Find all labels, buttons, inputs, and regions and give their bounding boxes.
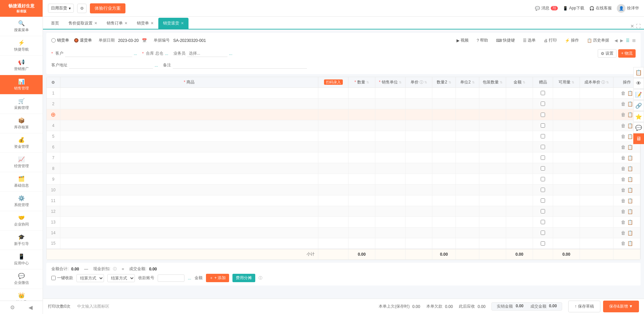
gift-check-9[interactable] <box>541 177 545 181</box>
tab-price-setting-close[interactable]: ✕ <box>94 21 97 25</box>
right-action-4[interactable]: 🔗 <box>633 100 644 111</box>
copy-icon-11[interactable]: 📋 <box>627 198 633 203</box>
tab-sales[interactable]: 销货单 ✕ <box>132 18 158 29</box>
delete-icon-9[interactable]: 🗑 <box>621 177 626 182</box>
select-order-btn[interactable]: ☰ 选单 <box>520 36 538 45</box>
amount-cell-2[interactable] <box>506 99 533 109</box>
cost-sort-icon[interactable]: ⇅ <box>606 80 609 84</box>
unit-sort-icon[interactable]: ⇅ <box>399 80 401 84</box>
delete-icon-15[interactable]: 🗑 <box>621 241 626 246</box>
logistics-btn[interactable]: + 物流 <box>618 49 636 58</box>
price-cell-3[interactable] <box>406 109 432 120</box>
unit2-cell-2[interactable] <box>456 99 479 109</box>
customer-input[interactable] <box>65 50 132 57</box>
shortcut-btn[interactable]: ⌨ 快捷键 <box>493 36 518 45</box>
delete-icon-1[interactable]: 🗑 <box>621 90 626 96</box>
tab-close-icon[interactable]: ✕ <box>630 23 634 29</box>
copy-icon-2[interactable]: 📋 <box>627 101 633 107</box>
unit-cell-1[interactable] <box>375 88 406 99</box>
gift-check-12[interactable] <box>541 209 545 213</box>
copy-icon-3[interactable]: 📋 <box>627 112 633 117</box>
calc-method-select[interactable]: 结算方式 <box>76 274 104 282</box>
add-payment-btn[interactable]: ＋ + 添加 <box>206 274 229 282</box>
customer-dots[interactable]: ... <box>134 51 137 56</box>
settings-btn[interactable]: ⚙ 设置 <box>598 49 616 58</box>
pack-cell-3[interactable] <box>479 109 506 120</box>
online-service-btn[interactable]: 🎧 在线客服 <box>589 5 612 11</box>
qty2-sort-icon[interactable]: ⇅ <box>448 80 451 84</box>
delete-icon-10[interactable]: 🗑 <box>621 187 626 193</box>
sidebar-item-sales[interactable]: 📊 销售管理 <box>0 75 43 95</box>
tab-home[interactable]: 首页 <box>46 18 64 29</box>
unit2-cell-1[interactable] <box>456 88 479 99</box>
tab-maximize-icon[interactable]: ⛶ <box>636 23 641 29</box>
available-sort-icon[interactable]: ⇅ <box>572 80 574 84</box>
qty-cell-2[interactable] <box>348 99 375 109</box>
gift-check-4[interactable] <box>541 123 545 128</box>
qty2-cell-1[interactable] <box>432 88 456 99</box>
delete-icon-5[interactable]: 🗑 <box>621 134 626 139</box>
tab-sales-order[interactable]: 销售订单 ✕ <box>102 18 132 29</box>
doc-type-return-radio[interactable] <box>74 38 78 43</box>
goods-cell-3[interactable] <box>60 109 318 120</box>
pack-cell-2[interactable] <box>479 99 506 109</box>
app-download-btn[interactable]: 📱 App下载 <box>563 5 584 11</box>
sidebar-item-basic[interactable]: 🗂️ 基础信息 <box>0 172 43 192</box>
gift-check-13[interactable] <box>541 220 545 224</box>
amount-sort-icon[interactable]: ⇅ <box>523 80 525 84</box>
pack-sort-icon[interactable]: ⇅ <box>500 80 502 84</box>
delete-icon-3[interactable]: 🗑 <box>621 112 626 117</box>
one-click-checkbox[interactable]: 一键收款 <box>51 275 73 281</box>
gift-check-11[interactable] <box>541 198 545 203</box>
video-btn[interactable]: ▶ 视频 <box>454 36 471 45</box>
tab-sales-order-close[interactable]: ✕ <box>124 21 127 25</box>
address-input[interactable] <box>69 62 153 69</box>
summary-method-select[interactable]: 结算方式 <box>107 274 135 282</box>
scan-btn[interactable]: 扫码录入 <box>324 79 343 85</box>
unit-cell-2[interactable] <box>375 99 406 109</box>
right-action-2[interactable]: 👁 <box>633 78 644 89</box>
copy-icon-5[interactable]: 📋 <box>627 134 633 139</box>
gift-check-8[interactable] <box>541 166 545 171</box>
sidebar-item-apps[interactable]: 📱 应用中心 <box>0 250 43 269</box>
doc-type-sales[interactable]: 销货单 <box>51 38 69 43</box>
pack-cell-1[interactable] <box>479 88 506 99</box>
delete-icon-11[interactable]: 🗑 <box>621 198 626 203</box>
address-dots[interactable]: ... <box>155 63 158 68</box>
copy-icon-10[interactable]: 📋 <box>627 187 633 193</box>
price-cell-2[interactable] <box>406 99 432 109</box>
operation-btn[interactable]: ⚡ 操作 <box>562 36 582 45</box>
gift-check-3[interactable] <box>541 113 545 117</box>
price-cell-1[interactable] <box>406 88 432 99</box>
delete-icon-4[interactable]: 🗑 <box>621 123 626 128</box>
save-new-btn[interactable]: 保存&新增 ▼ <box>603 301 639 312</box>
industry-selector[interactable]: 日用百货 ▾ <box>48 4 74 13</box>
user-profile[interactable]: 👤 徐泽华 <box>617 4 639 13</box>
delete-icon-6[interactable]: 🗑 <box>621 144 626 150</box>
right-action-7[interactable]: 🖥 <box>633 133 644 144</box>
copy-icon-1[interactable]: 📋 <box>627 90 633 96</box>
amount-cell-1[interactable] <box>506 88 533 99</box>
delete-icon-12[interactable]: 🗑 <box>621 209 626 214</box>
gift-check-14[interactable] <box>541 231 545 235</box>
gift-check-6[interactable] <box>541 145 545 149</box>
one-click-check[interactable] <box>51 276 56 280</box>
gift-check-10[interactable] <box>541 188 545 192</box>
view-list-icon[interactable]: ☰ <box>626 38 630 43</box>
doc-type-sales-radio[interactable] <box>51 38 56 43</box>
right-action-3[interactable]: 📝 <box>633 89 644 100</box>
goods-cell-2[interactable] <box>60 99 318 109</box>
tab-sales-return[interactable]: 销货退货 ✕ <box>158 18 189 29</box>
sidebar-item-marketing[interactable]: 📢 营销推广 <box>0 56 43 75</box>
gift-check-15[interactable] <box>541 241 545 246</box>
goods-cell-1[interactable] <box>60 88 318 99</box>
copy-icon-4[interactable]: 📋 <box>627 123 633 128</box>
sidebar-settings-icon[interactable]: ⚙ <box>10 304 15 311</box>
amount-cell-3[interactable] <box>506 109 533 120</box>
right-action-1[interactable]: 📋 <box>633 67 644 78</box>
copy-icon-9[interactable]: 📋 <box>627 177 633 182</box>
tab-sales-close[interactable]: ✕ <box>151 21 154 25</box>
experience-btn[interactable]: 体验行业方案 <box>90 3 125 13</box>
unit2-cell-3[interactable] <box>456 109 479 120</box>
qty2-cell-3[interactable] <box>432 109 456 120</box>
